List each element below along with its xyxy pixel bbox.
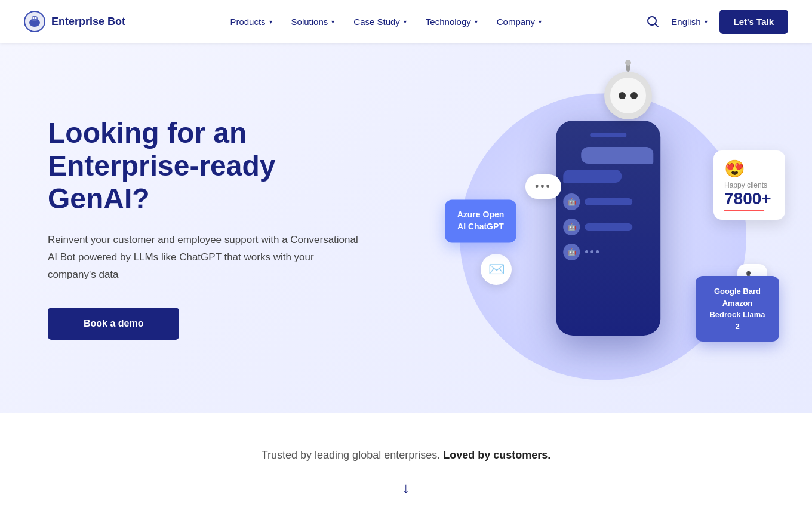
svg-point-3: [33, 17, 35, 19]
happy-emoji: 😍: [724, 159, 774, 179]
chevron-down-icon: ▾: [404, 19, 407, 25]
azure-card: Azure Open AI ChatGPT: [445, 200, 516, 242]
bot-text-line-2: [585, 223, 632, 231]
trusted-text: Trusted by leading global enterprises. L…: [24, 449, 788, 462]
nav-links: Products ▾ Solutions ▾ Case Study ▾ Tech…: [223, 12, 549, 32]
hero-illustration: 🤖 🤖 🤖 •••: [394, 43, 812, 413]
robot-eye-left: [619, 92, 626, 99]
robot-figure: [604, 72, 652, 119]
nav-solutions[interactable]: Solutions ▾: [284, 12, 342, 32]
robot-eye-right: [630, 92, 638, 99]
logo-icon: [24, 11, 45, 32]
nav-case-study[interactable]: Case Study ▾: [346, 12, 414, 32]
bot-avatar-1: 🤖: [563, 193, 580, 210]
nav-right: English ▾ Let's Talk: [646, 10, 788, 34]
search-button[interactable]: [646, 15, 659, 28]
happy-underline: [724, 210, 764, 211]
phone-notch: [590, 133, 626, 137]
search-icon: [646, 15, 659, 28]
hero-section: Looking for an Enterprise-ready GenAI? R…: [0, 43, 812, 413]
happy-clients-count: 7800+: [724, 189, 774, 208]
nav-technology[interactable]: Technology ▾: [419, 12, 485, 32]
chat-bubble-left: [563, 170, 622, 183]
illustration-container: 🤖 🤖 🤖 •••: [409, 55, 797, 401]
hero-subtitle: Reinvent your customer and employee supp…: [48, 232, 358, 284]
chevron-down-icon: ▾: [475, 19, 478, 25]
chevron-down-icon: ▾: [331, 19, 334, 25]
robot-antenna: [626, 63, 630, 72]
bot-avatar-2: 🤖: [563, 219, 580, 235]
mail-icon: ✉️: [481, 254, 512, 285]
navbar: Enterprise Bot Products ▾ Solutions ▾ Ca…: [0, 0, 812, 43]
bot-avatar-3: 🤖: [563, 244, 580, 260]
nav-company[interactable]: Company ▾: [490, 12, 549, 32]
robot-face: [610, 78, 646, 113]
phone-mockup: 🤖 🤖 🤖 •••: [556, 121, 660, 336]
chevron-down-icon: ▾: [269, 19, 272, 25]
language-selector[interactable]: English ▾: [671, 17, 707, 27]
svg-point-4: [35, 17, 37, 19]
happy-clients-card: 😍 Happy clients 7800+: [713, 150, 785, 220]
float-mail: ✉️: [481, 254, 512, 285]
phone-bot-list: 🤖 🤖 🤖 •••: [563, 193, 653, 260]
svg-line-6: [656, 24, 659, 27]
float-chat-dots: •••: [525, 174, 561, 199]
chevron-down-icon: ▾: [705, 19, 708, 25]
chat-bubble-right: [581, 147, 653, 164]
bot-row-2: 🤖: [563, 219, 653, 235]
hero-content: Looking for an Enterprise-ready GenAI? R…: [48, 116, 358, 340]
logo[interactable]: Enterprise Bot: [24, 11, 125, 32]
trusted-section: Trusted by leading global enterprises. L…: [0, 413, 812, 513]
scroll-down-icon: ↓: [24, 480, 788, 496]
svg-point-2: [32, 16, 38, 21]
loved-text: Loved by customers.: [443, 449, 550, 461]
chat-dots-bubble: •••: [525, 174, 561, 199]
brand-name: Enterprise Bot: [51, 16, 125, 28]
happy-clients-label: Happy clients: [724, 181, 774, 189]
phone-chat-area: 🤖 🤖 🤖 •••: [563, 147, 653, 326]
chevron-down-icon: ▾: [539, 19, 542, 25]
nav-products[interactable]: Products ▾: [223, 12, 279, 32]
bot-text-line-1: [585, 198, 632, 205]
bot-row-1: 🤖: [563, 193, 653, 210]
dots-indicator: •••: [585, 246, 601, 259]
hero-title: Looking for an Enterprise-ready GenAI?: [48, 116, 358, 216]
robot-body: [604, 72, 652, 119]
llm-card: Google Bard Amazon Bedrock Llama 2: [696, 276, 779, 342]
book-demo-button[interactable]: Book a demo: [48, 308, 179, 340]
bot-row-3: 🤖 •••: [563, 244, 653, 260]
lets-talk-button[interactable]: Let's Talk: [719, 10, 788, 34]
